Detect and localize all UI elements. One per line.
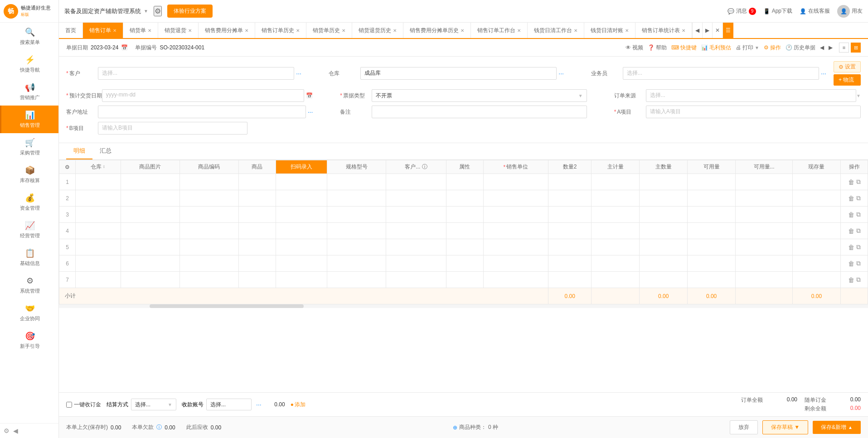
help-btn[interactable]: ❓ 帮助	[648, 44, 667, 52]
sidebar-item-finance[interactable]: 💰 资金管理	[0, 188, 58, 216]
sidebar-item-purchase[interactable]: 🛒 采购管理	[0, 133, 58, 161]
tab-close-icon[interactable]: ✕	[461, 28, 464, 33]
cell-scan[interactable]	[276, 174, 327, 190]
cell-current-stock[interactable]	[792, 174, 840, 190]
sidebar-item-system[interactable]: ⚙ 系统管理	[0, 271, 58, 299]
copy-row-icon[interactable]: ⧉	[856, 194, 861, 202]
tab-sales-return[interactable]: 销货退货 ✕	[158, 23, 199, 39]
view-btn[interactable]: 👁 视频	[626, 44, 643, 52]
copy-row-icon[interactable]: ⧉	[856, 227, 861, 235]
cell-current-stock[interactable]	[792, 190, 840, 207]
tab-close-icon[interactable]: ✕	[188, 28, 192, 33]
sort-icon[interactable]: ⇕	[102, 165, 106, 169]
th-settings[interactable]: ⚙	[59, 160, 76, 174]
warehouse-input[interactable]: 成品库	[360, 67, 557, 80]
cell-warehouse[interactable]	[76, 190, 121, 207]
tab-more-icon[interactable]: ☰	[723, 23, 733, 39]
tab-close-icon[interactable]: ✕	[113, 28, 116, 33]
table-scroll-thumb[interactable]	[150, 304, 304, 308]
tab-sales-order-history[interactable]: 销售订单历史 ✕	[255, 23, 306, 39]
tab-sales-order[interactable]: 销售订单 ✕	[83, 23, 123, 39]
warehouse-dots-icon[interactable]: ···	[558, 70, 564, 77]
cell-image[interactable]	[121, 190, 179, 207]
detail-tab-summary[interactable]: 汇总	[92, 143, 119, 159]
detail-tab-detail[interactable]: 明细	[66, 143, 92, 159]
order-source-input[interactable]: 选择...	[646, 89, 856, 102]
cell-qty2[interactable]	[548, 174, 592, 190]
cell-main-qty[interactable]	[640, 174, 688, 190]
cell-warehouse[interactable]	[76, 207, 121, 223]
cell-available2[interactable]	[736, 190, 793, 207]
copy-row-icon[interactable]: ⧉	[856, 276, 861, 284]
copy-row-icon[interactable]: ⧉	[856, 243, 861, 251]
tab-close-icon[interactable]: ✕	[625, 28, 629, 33]
invoice-select[interactable]: 不开票 ▼	[372, 89, 587, 102]
cell-customer-code[interactable]	[386, 174, 446, 190]
date-picker-icon[interactable]: 📅	[306, 92, 313, 99]
cell-main-unit[interactable]	[592, 190, 640, 207]
online-service-button[interactable]: 👤 在线客服	[800, 7, 830, 15]
tab-close-icon[interactable]: ✕	[245, 28, 248, 33]
cell-code[interactable]	[179, 174, 238, 190]
cell-unit[interactable]	[483, 174, 548, 190]
cell-attribute[interactable]	[446, 174, 483, 190]
cell-customer-code[interactable]	[386, 190, 446, 207]
sidebar-item-quicknav[interactable]: ⚡ 快捷导航	[0, 50, 58, 78]
cell-available2[interactable]	[736, 174, 793, 190]
sidebar-item-inventory[interactable]: 📦 库存核算	[0, 161, 58, 188]
sidebar-item-sales[interactable]: 📊 销售管理	[0, 106, 58, 133]
industry-button[interactable]: 体验行业方案	[167, 5, 213, 18]
cell-spec[interactable]	[327, 174, 386, 190]
addr-dots-icon[interactable]: ···	[308, 108, 313, 116]
app-download-button[interactable]: 📱 App下载	[763, 7, 792, 15]
table-scrollbar[interactable]	[59, 304, 868, 308]
settings-form-btn[interactable]: ⚙ 设置	[834, 61, 861, 72]
payment-method-select[interactable]: 选择... ▼	[131, 399, 176, 410]
tab-close-all[interactable]: ✕	[712, 23, 723, 39]
history-btn[interactable]: 🕐 历史单据	[786, 44, 815, 52]
tab-nav-prev[interactable]: ◀	[692, 23, 702, 39]
cell-available[interactable]	[688, 174, 736, 190]
system-title-chevron-icon[interactable]: ▼	[144, 9, 148, 14]
tab-expense-history[interactable]: 销售费用分摊单历史 ✕	[403, 23, 471, 39]
tab-close-icon[interactable]: ✕	[574, 28, 577, 33]
customer-input[interactable]: 选择...	[98, 67, 294, 80]
cell-attribute[interactable]	[446, 190, 483, 207]
tab-home[interactable]: 首页	[59, 23, 83, 39]
message-button[interactable]: 💬 消息 9	[727, 7, 756, 15]
add-payment-btn[interactable]: ● 添加	[291, 401, 305, 409]
cell-available[interactable]	[688, 190, 736, 207]
tab-sales-invoice[interactable]: 销货单 ✕	[123, 23, 158, 39]
copy-row-icon[interactable]: ⧉	[856, 211, 861, 218]
print-btn[interactable]: 🖨 打印 ▼	[736, 44, 759, 52]
customer-addr-input[interactable]	[98, 106, 306, 118]
tab-close-icon[interactable]: ✕	[393, 28, 397, 33]
delete-row-icon[interactable]: 🗑	[848, 244, 854, 251]
sidebar-item-guide[interactable]: 🎯 新手引导	[0, 327, 58, 354]
sidebar-item-operation[interactable]: 📈 经营管理	[0, 216, 58, 244]
delete-row-icon[interactable]: 🗑	[848, 260, 854, 267]
cell-warehouse[interactable]	[76, 174, 121, 190]
user-area[interactable]: 👤 用友	[837, 5, 863, 18]
cell-main-unit[interactable]	[592, 174, 640, 190]
delete-row-icon[interactable]: 🗑	[848, 211, 854, 218]
salesperson-input[interactable]: 选择...	[623, 67, 819, 80]
tab-close-icon[interactable]: ✕	[517, 28, 521, 33]
tab-nav-next[interactable]: ▶	[702, 23, 712, 39]
nav-prev-icon[interactable]: ◀	[820, 44, 824, 51]
one-click-label[interactable]: 一键收订金	[66, 401, 101, 409]
customer-dots-icon[interactable]: ···	[296, 70, 301, 77]
tab-close-icon[interactable]: ✕	[296, 28, 300, 33]
cell-scan[interactable]	[276, 190, 327, 207]
tab-sales-expense[interactable]: 销售费用分摊单 ✕	[199, 23, 255, 39]
add-logistics-btn[interactable]: + 物流	[834, 74, 861, 86]
expected-date-input[interactable]: yyyy-mm-dd	[102, 89, 305, 102]
list-view-btn[interactable]: ≡	[839, 43, 849, 53]
cell-main-qty[interactable]	[640, 190, 688, 207]
save-new-button[interactable]: 保存&新增 ▲	[813, 421, 861, 434]
delete-row-icon[interactable]: 🗑	[848, 276, 854, 284]
settings-button[interactable]: ⚙	[154, 6, 162, 16]
delete-row-icon[interactable]: 🗑	[848, 227, 854, 235]
tab-close-icon[interactable]: ✕	[682, 28, 685, 33]
sidebar-item-marketing[interactable]: 📢 营销推广	[0, 78, 58, 106]
